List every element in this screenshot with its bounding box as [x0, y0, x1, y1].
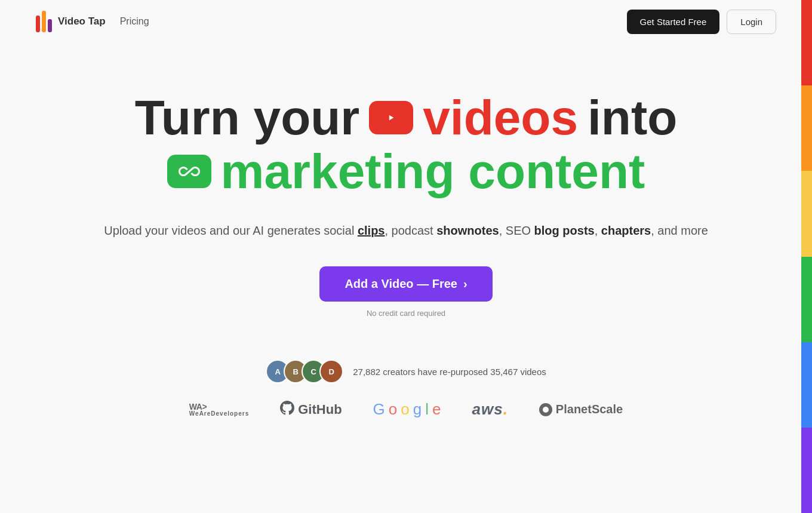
subtitle-shownotes: shownotes — [436, 224, 499, 237]
hero-headline: Turn your videos into marketing content — [135, 91, 678, 198]
brand-aws: aws. — [472, 400, 508, 419]
headline-into: into — [588, 91, 677, 145]
youtube-icon — [369, 101, 413, 134]
headline-videos: videos — [423, 91, 578, 145]
nav-left: Video Tap Pricing — [36, 11, 149, 32]
logo-bar-red — [36, 16, 40, 32]
github-icon — [280, 401, 294, 419]
add-video-button[interactable]: Add a Video — Free › — [319, 266, 492, 302]
subtitle-part5: , and more — [651, 224, 708, 237]
pricing-link[interactable]: Pricing — [120, 16, 149, 27]
logo-icon — [36, 11, 52, 32]
subtitle-part1: Upload your videos and our AI generates … — [104, 224, 354, 237]
logo-text: Video Tap — [58, 16, 106, 27]
subtitle-part4: , — [595, 224, 598, 237]
subtitle-chapters: chapters — [601, 224, 651, 237]
subtitle-blogposts: blog posts — [534, 224, 595, 237]
subtitle-part2: , podcast — [385, 224, 433, 237]
brand-wearedevelopers: WA> WeAreDevelopers — [189, 403, 249, 417]
subtitle-part3: , SEO — [499, 224, 531, 237]
headline-line1: Turn your videos into — [135, 91, 678, 145]
cta-arrow-icon: › — [463, 277, 467, 291]
avatar-4: D — [319, 360, 343, 383]
headline-marketing-content: marketing content — [221, 145, 645, 198]
nav-right: Get Started Free Login — [627, 10, 776, 34]
hero-section: Turn your videos into marketing content … — [0, 43, 812, 443]
login-button[interactable]: Login — [727, 10, 776, 34]
no-credit-card-label: No credit card required — [367, 309, 445, 318]
social-proof: A B C D 27,882 creators have re-purposed… — [189, 360, 623, 419]
brand-github: GitHub — [280, 401, 342, 419]
logo[interactable]: Video Tap — [36, 11, 106, 32]
brand-google: Google — [373, 400, 441, 419]
avatars-row: A B C D 27,882 creators have re-purposed… — [266, 360, 546, 383]
brand-planetscale: PlanetScale — [539, 403, 623, 416]
hero-subtitle: Upload your videos and our AI generates … — [104, 221, 708, 240]
planetscale-label: PlanetScale — [556, 403, 623, 416]
infinity-icon — [167, 155, 211, 188]
headline-turn-your: Turn your — [135, 91, 360, 145]
navbar: Video Tap Pricing Get Started Free Login — [0, 0, 812, 43]
planetscale-icon — [539, 403, 552, 416]
wd-logo: WA> WeAreDevelopers — [189, 403, 249, 417]
get-started-button[interactable]: Get Started Free — [627, 10, 720, 34]
right-stripe — [801, 0, 812, 513]
subtitle-clips: clips — [358, 224, 385, 237]
aws-text: aws. — [472, 400, 508, 419]
logo-bar-orange — [42, 11, 46, 32]
logo-bar-purple — [48, 19, 52, 32]
avatar-stack: A B C D — [266, 360, 343, 383]
cta-label: Add a Video — Free — [345, 277, 457, 291]
headline-line2: marketing content — [135, 145, 678, 198]
logos-row: WA> WeAreDevelopers GitHub Google aws. — [189, 400, 623, 419]
social-stats-text: 27,882 creators have re-purposed 35,467 … — [353, 367, 546, 377]
cta-container: Add a Video — Free › No credit card requ… — [319, 266, 492, 318]
github-label: GitHub — [298, 402, 342, 417]
